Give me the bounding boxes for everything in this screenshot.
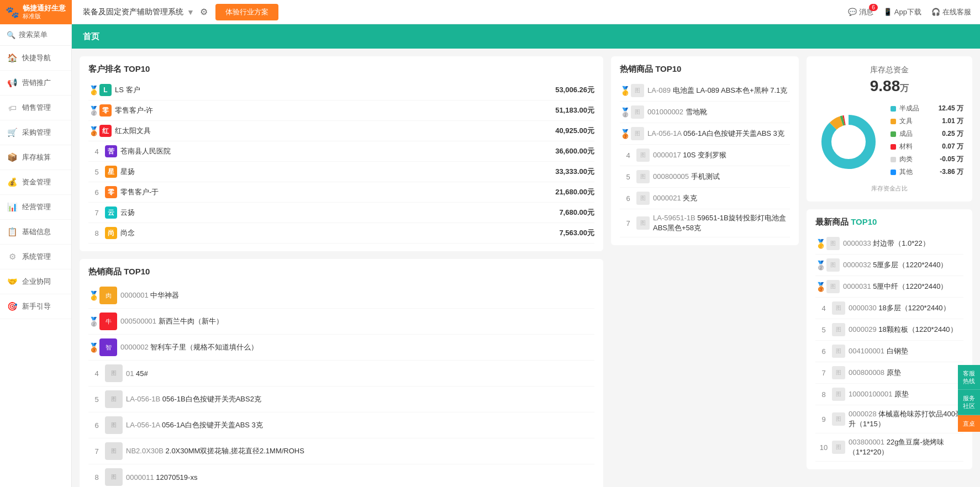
table-row: 6 零 零售客户-于 21,680.00元 [88,182,594,203]
table-row: 7 图 000800008 原垫 [815,362,963,384]
customer-avatar: 苦 [105,145,117,157]
app-logo: 🐾 畅捷通好生意 标准版 [0,0,72,24]
hot-products-middle-table: 🥇 图 LA-089 电池盖 LA-089 ABS本色+黑种 7.1克 🥈 图 … [620,80,790,237]
customer-name: 零售客户-许 [115,105,555,115]
sidebar-item-finance[interactable]: 💰 资金管理 [0,170,71,195]
main-content: 首页 客户排名 TOP10 🥇 L LS 客户 53,006.26元 [72,24,980,487]
content-area: 客户排名 TOP10 🥇 L LS 客户 53,006.26元 🥈 零 零售客户… [72,49,980,487]
gold-medal-icon: 🥇 [620,86,631,96]
legend-name: 半成品 [899,104,935,113]
new-products-card: 最新商品 TOP10 🥇 图 0000033 封边带（1.0*22） 🥈 图 0… [807,209,972,469]
table-row: 5 图 LA-056-1B 056-1B白色按键开关壳ABS2克 [88,387,594,412]
sidebar-item-label: 库存核算 [22,152,51,162]
svg-point-4 [833,126,864,157]
dropdown-arrow-icon: ▼ [187,8,194,17]
donut-svg [815,109,882,175]
desk-button[interactable]: 直桌 [958,415,980,432]
customer-amount: 7,680.00元 [559,208,594,218]
sidebar-item-enterprise[interactable]: 🤝 企业协同 [0,269,71,294]
customer-name: LS 客户 [115,85,555,95]
logo-text: 畅捷通好生意 标准版 [23,4,66,20]
rank-number: 4 [88,147,105,156]
customer-amount: 7,563.00元 [559,228,594,238]
customer-avatar: 零 [99,104,112,117]
product-info: 001000002 雪地靴 [647,107,790,117]
table-row: 🥉 智 0000002 智利车子里（规格不知道填什么） [88,335,594,361]
table-row: 🥈 零 零售客户-许 51,183.00元 [88,100,594,121]
donut-chart [815,109,882,175]
service-community-button[interactable]: 服务社区 [958,390,980,415]
app-download-btn[interactable]: 📱 App下载 [883,7,921,17]
sidebar-item-basic[interactable]: 📋 基础信息 [0,220,71,245]
rank-number: 4 [620,151,636,160]
sidebar-item-guide[interactable]: 🎯 新手引导 [0,294,71,319]
message-btn[interactable]: 💬 消息 6 [848,7,873,17]
search-icon: 🔍 [7,31,15,39]
headset-icon: 🎧 [931,8,940,16]
table-row: 9 图 0000028 体械嘉枪味苏打饮品400毫升（1*15） [815,405,963,433]
legend-item: 文具 1.01 万 [891,117,963,126]
customer-avatar: 零 [105,186,117,198]
legend-dot [891,157,896,162]
settings-icon[interactable]: ⚙ [200,7,208,17]
inventory-label: 库存总资金 [815,65,963,75]
table-row: 8 图 10000100001 原垫 [815,384,963,405]
customer-amount: 53,006.26元 [555,85,594,95]
sidebar-item-operation[interactable]: 📊 经营管理 [0,195,71,220]
rank-number: 6 [815,347,832,356]
table-row: 6 图 0000021 夹克 [620,188,790,209]
legend-name: 成品 [899,129,939,139]
customer-ranking-card: 客户排名 TOP10 🥇 L LS 客户 53,006.26元 🥈 零 零售客户… [80,56,603,251]
product-thumbnail: 牛 [99,313,117,330]
table-row: 🥇 L LS 客户 53,006.26元 [88,80,594,100]
rank-number: 9 [815,415,832,424]
sidebar-item-marketing[interactable]: 📢 营销推广 [0,71,71,96]
sidebar-item-label: 新手引导 [22,301,51,311]
product-info: 0000002 智利车子里（规格不知道填什么） [120,342,594,352]
online-service-btn[interactable]: 🎧 在线客服 [931,7,971,17]
legend-name: 文具 [899,117,939,126]
sidebar-item-purchase[interactable]: 🛒 采购管理 [0,120,71,145]
inventory-unit: 万 [900,83,909,93]
legend-dot [891,119,896,124]
sidebar-item-quick-nav[interactable]: 🏠 快捷导航 [0,46,71,71]
sidebar-item-label: 营销推广 [22,78,51,88]
tag-icon: 🏷 [7,102,18,113]
table-row: 8 图 0000011 12070519-xs [88,464,594,487]
product-icon: 图 [832,388,845,401]
customer-ranking-title: 客户排名 TOP10 [88,64,150,75]
product-info: 0000029 18颗粒板（1220*2440） [849,325,963,335]
sidebar-item-inventory[interactable]: 📦 库存核算 [0,145,71,170]
system-name[interactable]: 装备及固定资产辅助管理系统 ▼ [83,7,194,17]
inventory-card: 库存总资金 9.88万 [807,56,972,202]
left-panel: 客户排名 TOP10 🥇 L LS 客户 53,006.26元 🥈 零 零售客户… [80,56,603,487]
handshake-icon: 🤝 [7,276,18,287]
product-info: 0000030 18多层（1220*2440） [849,303,963,313]
trial-button[interactable]: 体验行业方案 [215,4,278,20]
box-icon: 📦 [7,152,18,163]
target-icon: 🎯 [7,301,18,312]
table-row: 🥇 肉 0000001 中华神器 [88,283,594,309]
legend-dot [891,106,896,112]
product-icon: 图 [826,280,840,293]
table-row: 🥈 牛 000500001 新西兰牛肉（新牛） [88,309,594,335]
service-hotline-button[interactable]: 客服热线 [958,365,980,390]
table-row: 5 图 0000029 18颗粒板（1220*2440） [815,319,963,341]
sidebar-item-system[interactable]: ⚙ 系统管理 [0,245,71,269]
customer-ranking-header: 客户排名 TOP10 [88,64,594,75]
sidebar-item-sales[interactable]: 🏷 销售管理 [0,96,71,120]
legend-item: 材料 0.07 万 [891,142,963,151]
table-row: 🥉 图 LA-056-1A 056-1A白色按键开关盖ABS 3克 [620,123,790,145]
logo-icon: 🐾 [6,6,19,19]
rank-number: 8 [88,229,105,237]
search-menu-item[interactable]: 🔍 搜索菜单 [0,24,71,46]
right-panel: 库存总资金 9.88万 [807,56,972,487]
product-thumbnail: 肉 [99,287,117,304]
customer-amount: 36,600.00元 [555,146,594,156]
sidebar-item-label: 销售管理 [22,103,51,113]
float-buttons: 客服热线 服务社区 直桌 [958,365,980,432]
sidebar-item-label: 基础信息 [22,227,51,237]
sidebar-item-label: 资金管理 [22,177,51,187]
middle-panel: 热销商品 TOP10 🥇 图 LA-089 电池盖 LA-089 ABS本色+黑… [611,56,799,487]
table-row: 4 图 0000017 10S 变刹罗猴 [620,145,790,166]
